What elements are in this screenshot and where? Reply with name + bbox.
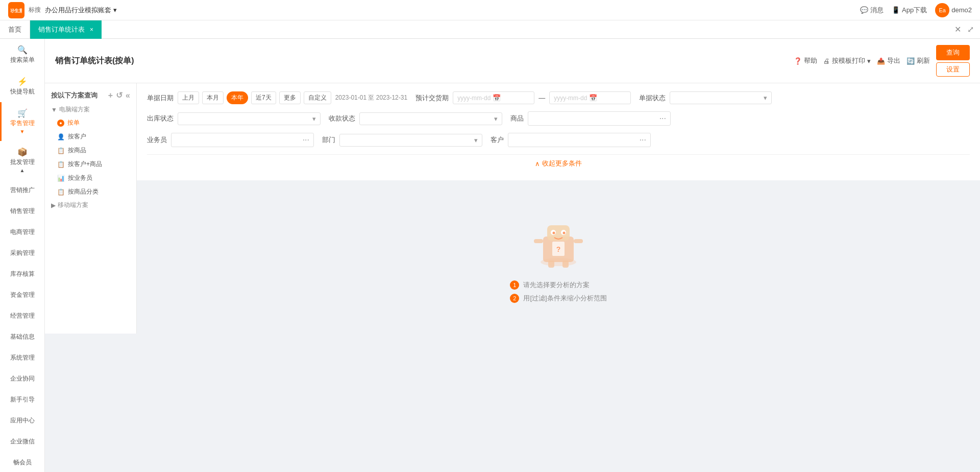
topbar: 好生意 标搜 办公用品行业模拟账套 ▾ 💬 消息 📱 App下载 Ea demo… (0, 0, 980, 20)
filter-salesperson-input[interactable]: ··· (171, 133, 314, 147)
scheme-item-by-salesperson-icon: 📊 (57, 175, 65, 182)
date-btn-this-year[interactable]: 本年 (227, 91, 248, 104)
query-settings-group: 查询 设置 (936, 45, 970, 77)
svg-point-7 (553, 232, 555, 234)
filter-customer-more-icon[interactable]: ··· (640, 135, 646, 145)
message-label: 消息 (870, 6, 884, 15)
scheme-item-by-goods[interactable]: 📋 按商品 (45, 144, 136, 157)
tab-home[interactable]: 首页 (0, 20, 30, 39)
filter-ship-status-label: 出库状态 (147, 114, 174, 123)
empty-tip-2-text: 用[过滤]条件来缩小分析范围 (523, 294, 606, 303)
sidebar-item-appcenter[interactable]: 应用中心 (0, 410, 44, 431)
filter-customer-label: 客户 (491, 135, 504, 145)
filter-goods-input[interactable]: ··· (528, 111, 671, 126)
sidebar-item-purchase[interactable]: 采购管理 (0, 243, 44, 264)
date-btn-prev-month[interactable]: 上月 (178, 91, 199, 104)
filter-goods-more-icon[interactable]: ··· (659, 114, 666, 123)
collapse-more-conditions-button[interactable]: ∧ 收起更多条件 (147, 154, 970, 172)
help-button[interactable]: ❓ 帮助 (794, 56, 817, 65)
dropdown-chevron-icon: ▾ (113, 6, 117, 14)
date-btn-7days[interactable]: 近7天 (251, 91, 276, 104)
page-actions: ❓ 帮助 🖨 按模板打印 ▾ 📤 导出 🔄 刷新 查询 (794, 45, 970, 77)
filter-status-select[interactable]: ▾ (670, 91, 772, 104)
svg-rect-12 (562, 261, 569, 268)
refresh-button[interactable]: 🔄 刷新 (906, 56, 930, 65)
empty-robot-icon: ? (528, 211, 589, 272)
help-label: 帮助 (804, 56, 817, 65)
help-icon: ❓ (794, 57, 802, 65)
tab-close-icon[interactable]: × (90, 26, 93, 33)
filter-date-label: 单据日期 (147, 93, 174, 103)
tab-sales-stats[interactable]: 销售订单统计表 × (30, 20, 102, 39)
scheme-group-mobile-arrow: ▶ (51, 202, 56, 209)
filter-item-delivery-date: 预计交货期 yyyy-mm-dd 📅 — yyyy-mm-dd 📅 (415, 91, 631, 104)
sidebar-item-enterprise[interactable]: 企业协同 (0, 368, 44, 389)
sidebar-item-ecommerce[interactable]: 电商管理 (0, 222, 44, 243)
maximize-window-icon[interactable]: ⤢ (967, 25, 974, 34)
sidebar-item-retail[interactable]: 🛒 零售管理 ▼ (0, 102, 44, 141)
filter-salesperson-more-icon[interactable]: ··· (303, 135, 309, 145)
message-icon: 💬 (860, 6, 868, 14)
sidebar-item-wechat[interactable]: 企业微信 (0, 431, 44, 452)
export-label: 导出 (887, 56, 900, 65)
app-selector-dropdown[interactable]: 办公用品行业模拟账套 ▾ (45, 6, 117, 15)
page-header: 销售订单统计表(按单) ❓ 帮助 🖨 按模板打印 ▾ 📤 导出 🔄 刷新 (45, 39, 980, 83)
date-btn-custom[interactable]: 自定义 (304, 91, 331, 104)
sidebar-item-quicknav[interactable]: ⚡ 快捷导航 (0, 70, 44, 102)
app-download-button[interactable]: 📱 App下载 (892, 6, 927, 15)
sidebar-item-wholesale[interactable]: 📦 批发管理 ▲ (0, 141, 44, 180)
svg-point-8 (563, 232, 566, 234)
settings-button[interactable]: 设置 (936, 62, 970, 77)
sidebar: 🔍 搜索菜单 ⚡ 快捷导航 🛒 零售管理 ▼ 📦 批发管理 ▲ 营销推广 销售管… (0, 39, 45, 472)
empty-tip-1-text: 请先选择要分析的方案 (523, 280, 590, 290)
sidebar-item-operations[interactable]: 经营管理 (0, 305, 44, 326)
date-separator: — (538, 94, 545, 102)
message-button[interactable]: 💬 消息 (860, 6, 884, 15)
print-button[interactable]: 🖨 按模板打印 ▾ (823, 56, 871, 65)
sidebar-item-sales[interactable]: 销售管理 (0, 201, 44, 222)
user-menu[interactable]: Ea demo2 (935, 3, 972, 17)
user-name: demo2 (951, 6, 972, 14)
close-window-icon[interactable]: ✕ (954, 25, 961, 34)
refresh-icon: 🔄 (906, 57, 915, 65)
filter-customer-input[interactable]: ··· (508, 133, 651, 147)
empty-state: ? 1 请先选择要分析的方案 2 用[过滤]条件来缩小分析范围 (137, 180, 980, 334)
export-button[interactable]: 📤 导出 (877, 56, 900, 65)
filter-delivery-date-end[interactable]: yyyy-mm-dd 📅 (549, 91, 631, 104)
sidebar-item-member-label: 畅会员 (2, 458, 42, 467)
date-btn-more[interactable]: 更多 (279, 91, 301, 104)
sidebar-item-marketing[interactable]: 营销推广 (0, 180, 44, 201)
scheme-collapse-button[interactable]: « (126, 91, 130, 100)
search-icon: 🔍 (2, 45, 42, 55)
scheme-item-by-category[interactable]: 📋 按商品分类 (45, 185, 136, 199)
tab-home-label: 首页 (8, 25, 21, 34)
date-btn-this-month[interactable]: 本月 (202, 91, 224, 104)
calendar-end-icon: 📅 (589, 94, 597, 102)
svg-text:好生意: 好生意 (11, 8, 22, 13)
svg-rect-10 (574, 239, 583, 243)
svg-text:?: ? (556, 245, 561, 253)
query-button[interactable]: 查询 (936, 45, 970, 60)
sidebar-item-newuser[interactable]: 新手引导 (0, 389, 44, 410)
filter-ship-status-select[interactable]: ▾ (178, 112, 321, 125)
sidebar-item-inventory[interactable]: 库存核算 (0, 264, 44, 285)
sidebar-item-basic[interactable]: 基础信息 (0, 326, 44, 347)
filter-department-select[interactable]: ▾ (339, 134, 482, 147)
scheme-item-by-customer-goods[interactable]: 📋 按客户+商品 (45, 157, 136, 171)
scheme-item-by-order[interactable]: ● 按单 (45, 116, 136, 130)
scheme-item-by-goods-icon: 📋 (57, 147, 65, 154)
sidebar-item-finance[interactable]: 资金管理 (0, 285, 44, 305)
scheme-item-by-customer[interactable]: 👤 按客户 (45, 130, 136, 144)
scheme-item-by-salesperson[interactable]: 📊 按业务员 (45, 171, 136, 185)
scheme-item-by-goods-label: 按商品 (68, 146, 86, 155)
filter-goods-label: 商品 (510, 114, 524, 123)
sidebar-item-system[interactable]: 系统管理 (0, 347, 44, 368)
scheme-item-by-customer-label: 按客户 (68, 132, 86, 141)
sidebar-item-search[interactable]: 🔍 搜索菜单 (0, 39, 44, 70)
scheme-panel-title: 按以下方案查询 (51, 91, 97, 100)
scheme-refresh-button[interactable]: ↺ (116, 90, 122, 100)
filter-payment-status-select[interactable]: ▾ (359, 112, 502, 125)
filter-delivery-date-start[interactable]: yyyy-mm-dd 📅 (453, 91, 534, 104)
sidebar-item-member[interactable]: 畅会员 (0, 452, 44, 472)
scheme-add-button[interactable]: + (108, 91, 113, 100)
